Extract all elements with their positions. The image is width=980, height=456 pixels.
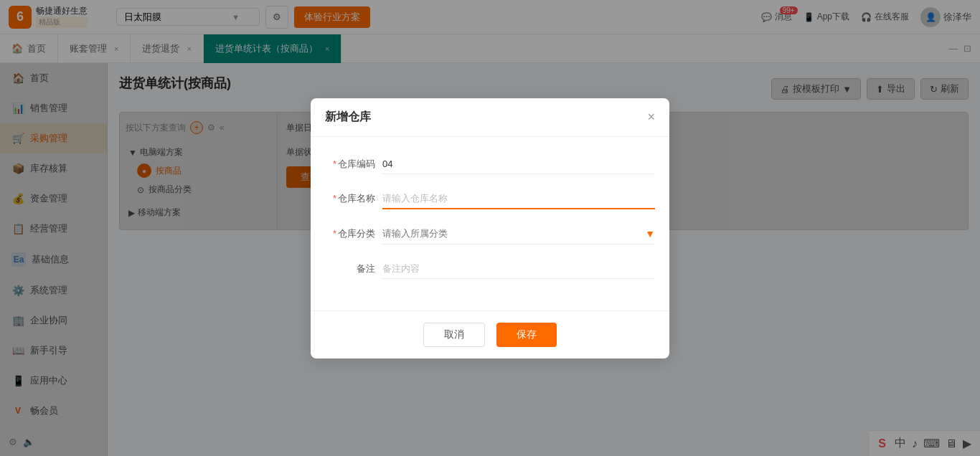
category-dropdown-icon: ▼ xyxy=(645,228,655,239)
name-label: 仓库名称 xyxy=(325,192,382,205)
code-label: 仓库编码 xyxy=(325,158,382,171)
new-warehouse-dialog: 新增仓库 × 仓库编码 仓库名称 仓库分类 ▼ xyxy=(311,98,669,358)
dialog-header: 新增仓库 × xyxy=(311,98,669,137)
dialog-overlay: 新增仓库 × 仓库编码 仓库名称 仓库分类 ▼ xyxy=(0,0,980,456)
form-row-remark: 备注 xyxy=(325,259,655,279)
warehouse-code-input[interactable] xyxy=(382,154,655,174)
remark-label: 备注 xyxy=(325,262,382,275)
form-row-name: 仓库名称 xyxy=(325,189,655,209)
warehouse-name-input[interactable] xyxy=(382,189,655,209)
form-row-category: 仓库分类 ▼ xyxy=(325,224,655,244)
remark-input[interactable] xyxy=(382,259,655,279)
form-row-code: 仓库编码 xyxy=(325,154,655,174)
category-input[interactable] xyxy=(382,228,645,239)
save-button[interactable]: 保存 xyxy=(496,323,557,347)
cancel-button[interactable]: 取消 xyxy=(423,323,485,347)
dialog-title: 新增仓库 xyxy=(325,110,371,125)
category-label: 仓库分类 xyxy=(325,227,382,240)
dialog-close-button[interactable]: × xyxy=(647,110,655,125)
category-select[interactable]: ▼ xyxy=(382,224,655,244)
dialog-body: 仓库编码 仓库名称 仓库分类 ▼ 备注 xyxy=(311,137,669,310)
dialog-footer: 取消 保存 xyxy=(311,310,669,358)
